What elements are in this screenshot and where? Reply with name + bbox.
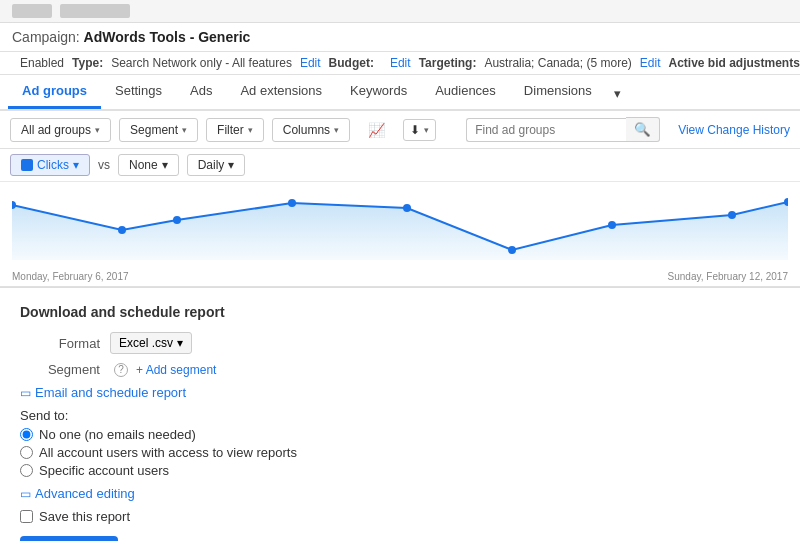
filter-label: Filter bbox=[217, 123, 244, 137]
budget-label: Budget: bbox=[329, 56, 374, 70]
campaign-header: Campaign: AdWords Tools - Generic bbox=[0, 23, 800, 52]
tab-ads[interactable]: Ads bbox=[176, 75, 226, 109]
clicks-color-swatch bbox=[21, 159, 33, 171]
daily-metric-btn[interactable]: Daily ▾ bbox=[187, 154, 246, 176]
panel-actions: Download Cancel bbox=[20, 536, 780, 541]
edit-type-link[interactable]: Edit bbox=[300, 56, 321, 70]
radio-no-one-label: No one (no emails needed) bbox=[39, 427, 196, 442]
vs-label: vs bbox=[98, 158, 110, 172]
clicks-label: Clicks bbox=[37, 158, 69, 172]
advanced-editing-header[interactable]: ▭ Advanced editing bbox=[20, 486, 780, 501]
tabs-bar: Ad groups Settings Ads Ad extensions Key… bbox=[0, 75, 800, 111]
type-label: Type: bbox=[72, 56, 103, 70]
chart-dot-7 bbox=[728, 211, 736, 219]
active-bid-label: Active bid adjustments: bbox=[669, 56, 801, 70]
campaign-name: AdWords Tools - Generic bbox=[84, 29, 251, 45]
download-arrow: ▾ bbox=[424, 125, 429, 135]
toolbar: All ad groups ▾ Segment ▾ Filter ▾ Colum… bbox=[0, 111, 800, 149]
segment-btn[interactable]: Segment ▾ bbox=[119, 118, 198, 142]
type-value: Search Network only - All features bbox=[111, 56, 292, 70]
download-icon-btn[interactable]: ⬇ ▾ bbox=[403, 119, 436, 141]
top-bar-placeholder-1 bbox=[12, 4, 52, 18]
search-container: 🔍 bbox=[466, 117, 660, 142]
search-btn[interactable]: 🔍 bbox=[626, 117, 660, 142]
email-section-header[interactable]: ▭ Email and schedule report bbox=[20, 385, 780, 400]
tab-ad-groups[interactable]: Ad groups bbox=[8, 75, 101, 109]
chart-dot-5 bbox=[508, 246, 516, 254]
chart-dot-2 bbox=[173, 216, 181, 224]
advanced-collapse-icon: ▭ bbox=[20, 487, 31, 501]
metrics-bar: Clicks ▾ vs None ▾ Daily ▾ bbox=[0, 149, 800, 182]
columns-arrow: ▾ bbox=[334, 125, 339, 135]
top-bar-placeholder-2 bbox=[60, 4, 130, 18]
cancel-button[interactable]: Cancel bbox=[128, 536, 188, 541]
daily-arrow: ▾ bbox=[228, 158, 234, 172]
columns-btn[interactable]: Columns ▾ bbox=[272, 118, 350, 142]
format-value: Excel .csv bbox=[119, 336, 173, 350]
chart-dot-4 bbox=[403, 204, 411, 212]
chart-date-left: Monday, February 6, 2017 bbox=[12, 271, 129, 282]
format-row: Format Excel .csv ▾ bbox=[20, 332, 780, 354]
save-report-row: Save this report bbox=[20, 509, 780, 524]
radio-specific-users-label: Specific account users bbox=[39, 463, 169, 478]
all-ad-groups-arrow: ▾ bbox=[95, 125, 100, 135]
radio-row-0: No one (no emails needed) bbox=[20, 427, 780, 442]
segment-help-icon: ? bbox=[114, 363, 128, 377]
columns-label: Columns bbox=[283, 123, 330, 137]
radio-row-1: All account users with access to view re… bbox=[20, 445, 780, 460]
chart-date-right: Sunday, February 12, 2017 bbox=[668, 271, 788, 282]
all-ad-groups-label: All ad groups bbox=[21, 123, 91, 137]
none-metric-btn[interactable]: None ▾ bbox=[118, 154, 179, 176]
format-arrow: ▾ bbox=[177, 336, 183, 350]
add-segment-link[interactable]: + Add segment bbox=[136, 363, 216, 377]
chart-svg bbox=[12, 190, 788, 260]
tab-dimensions[interactable]: Dimensions bbox=[510, 75, 606, 109]
tab-keywords[interactable]: Keywords bbox=[336, 75, 421, 109]
all-ad-groups-btn[interactable]: All ad groups ▾ bbox=[10, 118, 111, 142]
chart-area: Monday, February 6, 2017 Sunday, Februar… bbox=[0, 182, 800, 287]
radio-all-users[interactable] bbox=[20, 446, 33, 459]
tab-ad-extensions[interactable]: Ad extensions bbox=[226, 75, 336, 109]
top-bar bbox=[0, 0, 800, 23]
tab-audiences[interactable]: Audiences bbox=[421, 75, 510, 109]
tab-settings[interactable]: Settings bbox=[101, 75, 176, 109]
email-section-label: Email and schedule report bbox=[35, 385, 186, 400]
targeting-label: Targeting: bbox=[419, 56, 477, 70]
search-input[interactable] bbox=[466, 118, 626, 142]
campaign-label: Campaign: bbox=[12, 29, 80, 45]
targeting-value: Australia; Canada; (5 more) bbox=[484, 56, 631, 70]
edit-budget-link[interactable]: Edit bbox=[390, 56, 411, 70]
chart-fill bbox=[12, 202, 788, 260]
chart-dot-3 bbox=[288, 199, 296, 207]
send-to-section: Send to: No one (no emails needed) All a… bbox=[20, 408, 780, 478]
segment-row: Segment ? + Add segment bbox=[20, 362, 780, 377]
enabled-text: Enabled bbox=[20, 56, 64, 70]
advanced-editing-label: Advanced editing bbox=[35, 486, 135, 501]
edit-targeting-link[interactable]: Edit bbox=[640, 56, 661, 70]
view-change-history-link[interactable]: View Change History bbox=[678, 123, 790, 137]
radio-specific-users[interactable] bbox=[20, 464, 33, 477]
clicks-arrow: ▾ bbox=[73, 158, 79, 172]
none-label: None bbox=[129, 158, 158, 172]
filter-btn[interactable]: Filter ▾ bbox=[206, 118, 264, 142]
radio-no-one[interactable] bbox=[20, 428, 33, 441]
segment-label: Segment bbox=[130, 123, 178, 137]
none-arrow: ▾ bbox=[162, 158, 168, 172]
download-icon: ⬇ bbox=[410, 123, 420, 137]
chart-type-btn[interactable]: 📈 bbox=[358, 118, 395, 142]
segment-row-label: Segment bbox=[20, 362, 100, 377]
panel-title: Download and schedule report bbox=[20, 304, 780, 320]
chart-icon: 📈 bbox=[368, 122, 385, 138]
tab-more-icon[interactable]: ▾ bbox=[606, 78, 629, 109]
format-select[interactable]: Excel .csv ▾ bbox=[110, 332, 192, 354]
chart-dot-6 bbox=[608, 221, 616, 229]
format-label: Format bbox=[20, 336, 100, 351]
download-button[interactable]: Download bbox=[20, 536, 118, 541]
radio-all-users-label: All account users with access to view re… bbox=[39, 445, 297, 460]
save-report-checkbox[interactable] bbox=[20, 510, 33, 523]
status-bar: Enabled Type: Search Network only - All … bbox=[0, 52, 800, 75]
save-report-label: Save this report bbox=[39, 509, 130, 524]
clicks-metric-btn[interactable]: Clicks ▾ bbox=[10, 154, 90, 176]
radio-row-2: Specific account users bbox=[20, 463, 780, 478]
daily-label: Daily bbox=[198, 158, 225, 172]
